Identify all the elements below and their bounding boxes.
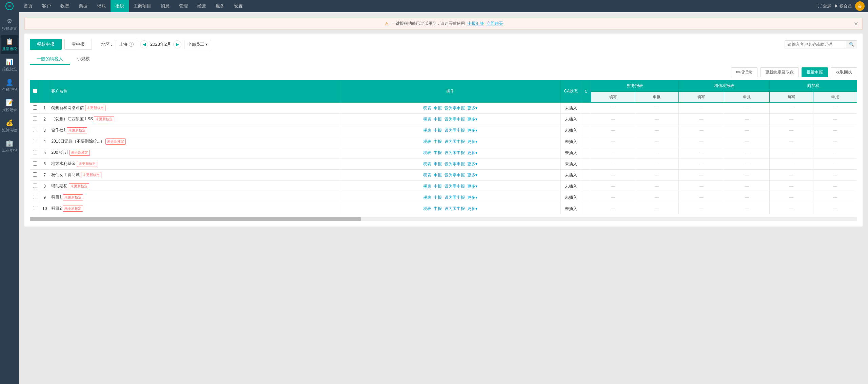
- row-apply2-6: —: [724, 170, 770, 181]
- row-check-8: [581, 192, 591, 203]
- search-button[interactable]: 🔍: [846, 41, 857, 48]
- op-apply-5[interactable]: 申报: [434, 162, 442, 166]
- vip-btn[interactable]: ▶ 畅会员: [834, 3, 852, 9]
- sidebar-item-personal-tax[interactable]: 👤 个税申报: [1, 76, 18, 95]
- op-taxsheet-9[interactable]: 税表: [423, 206, 431, 211]
- batch-apply-button[interactable]: 批量申报: [802, 67, 828, 77]
- row-checkbox-3[interactable]: [33, 139, 37, 143]
- sidebar-item-batch-tax[interactable]: 📋 批量报税: [1, 35, 18, 54]
- nav-business[interactable]: 工商项目: [129, 0, 156, 12]
- nav-invoice[interactable]: 票据: [74, 0, 92, 12]
- op-zero-6[interactable]: 设为零申报: [445, 173, 465, 177]
- horizontal-scrollbar[interactable]: [30, 217, 857, 221]
- nav-client[interactable]: 客户: [37, 0, 56, 12]
- op-apply-2[interactable]: 申报: [434, 128, 442, 133]
- staff-selector[interactable]: 全部员工 ▾: [184, 40, 211, 49]
- sidebar-item-tax-settings[interactable]: ⚙ 报税设置: [1, 15, 18, 34]
- op-taxsheet-3[interactable]: 税表: [423, 139, 431, 144]
- op-apply-4[interactable]: 申报: [434, 150, 442, 155]
- op-taxsheet-4[interactable]: 税表: [423, 150, 431, 155]
- avatar[interactable]: 会: [855, 1, 865, 11]
- row-checkbox-2[interactable]: [33, 128, 37, 132]
- op-apply-9[interactable]: 申报: [434, 206, 442, 211]
- prev-month-button[interactable]: ◀: [140, 40, 148, 48]
- op-more-2[interactable]: 更多▾: [467, 128, 477, 133]
- op-zero-7[interactable]: 设为零申报: [445, 184, 465, 189]
- sidebar-item-tax-records[interactable]: 📝 报税记录: [1, 96, 18, 115]
- nav-billing[interactable]: 收费: [56, 0, 74, 12]
- status-badge-5: 未更新核定: [77, 161, 97, 167]
- nav-service[interactable]: 服务: [211, 0, 229, 12]
- op-more-0[interactable]: 更多▾: [467, 106, 477, 110]
- row-checkbox-1[interactable]: [33, 116, 37, 121]
- fetch-back-button[interactable]: 收取回执: [831, 67, 857, 77]
- op-zero-3[interactable]: 设为零申报: [445, 139, 465, 144]
- op-more-5[interactable]: 更多▾: [467, 162, 477, 166]
- row-checkbox-5[interactable]: [33, 161, 37, 166]
- op-more-7[interactable]: 更多▾: [467, 184, 477, 189]
- row-checkbox-9[interactable]: [33, 206, 37, 210]
- row-checkbox-7[interactable]: [33, 184, 37, 188]
- op-zero-1[interactable]: 设为零申报: [445, 117, 465, 122]
- op-apply-8[interactable]: 申报: [434, 195, 442, 200]
- op-taxsheet-7[interactable]: 税表: [423, 184, 431, 189]
- search-input[interactable]: [785, 41, 846, 48]
- op-more-9[interactable]: 更多▾: [467, 206, 477, 211]
- nav-operation[interactable]: 经营: [193, 0, 211, 12]
- row-fill3-7: —: [770, 181, 813, 192]
- op-zero-5[interactable]: 设为零申报: [445, 162, 465, 166]
- op-more-4[interactable]: 更多▾: [467, 150, 477, 155]
- op-zero-0[interactable]: 设为零申报: [445, 106, 465, 110]
- op-apply-1[interactable]: 申报: [434, 117, 442, 122]
- nav-admin[interactable]: 管理: [174, 0, 193, 12]
- op-taxsheet-5[interactable]: 税表: [423, 162, 431, 166]
- op-more-6[interactable]: 更多▾: [467, 173, 477, 177]
- op-more-3[interactable]: 更多▾: [467, 139, 477, 144]
- row-checkbox-cell: [30, 103, 40, 114]
- banner-close-button[interactable]: ✕: [854, 20, 858, 27]
- next-month-button[interactable]: ▶: [173, 40, 181, 48]
- apply-record-button[interactable]: 申报记录: [731, 67, 757, 77]
- tab-zero-declaration[interactable]: 零申报: [64, 39, 92, 50]
- subtab-general[interactable]: 一般的纳税人: [30, 54, 70, 65]
- info-icon[interactable]: i: [129, 42, 134, 47]
- op-taxsheet-0[interactable]: 税表: [423, 106, 431, 110]
- op-taxsheet-6[interactable]: 税表: [423, 173, 431, 177]
- location-badge[interactable]: 上海 i: [116, 40, 137, 49]
- row-ca-3: 未插入: [561, 136, 581, 147]
- op-more-8[interactable]: 更多▾: [467, 195, 477, 200]
- op-zero-9[interactable]: 设为零申报: [445, 206, 465, 211]
- sidebar-item-business-report[interactable]: 🏢 工商年报: [1, 137, 18, 156]
- row-checkbox-8[interactable]: [33, 195, 37, 199]
- sidebar-item-settlement[interactable]: 💰 汇算清缴: [1, 116, 18, 135]
- op-apply-3[interactable]: 申报: [434, 139, 442, 144]
- fullscreen-btn[interactable]: ⛶ 全屏: [817, 3, 831, 9]
- tab-tax-declaration[interactable]: 税款申报: [30, 39, 62, 50]
- op-apply-6[interactable]: 申报: [434, 173, 442, 177]
- sidebar-item-tax-overview[interactable]: 📊 报税总览: [1, 56, 18, 74]
- op-zero-8[interactable]: 设为零申报: [445, 195, 465, 200]
- sidebar-label-business-report: 工商年报: [2, 148, 17, 153]
- op-apply-0[interactable]: 申报: [434, 106, 442, 110]
- buy-link[interactable]: 立即购买: [487, 21, 503, 26]
- nav-home[interactable]: 首页: [19, 0, 37, 12]
- row-ca-4: 未插入: [561, 147, 581, 158]
- op-zero-2[interactable]: 设为零申报: [445, 128, 465, 133]
- op-apply-7[interactable]: 申报: [434, 184, 442, 189]
- nav-tax[interactable]: 报税: [111, 0, 129, 12]
- op-more-1[interactable]: 更多▾: [467, 117, 477, 122]
- subtab-small[interactable]: 小规模: [70, 54, 97, 65]
- nav-bookkeeping[interactable]: 记账: [92, 0, 111, 12]
- row-checkbox-4[interactable]: [33, 150, 37, 154]
- row-checkbox-0[interactable]: [33, 105, 37, 110]
- select-all-checkbox[interactable]: [33, 89, 37, 93]
- update-fetch-button[interactable]: 更新统定及取数: [760, 67, 799, 77]
- report-link[interactable]: 申报汇签: [468, 21, 484, 26]
- op-taxsheet-1[interactable]: 税表: [423, 117, 431, 122]
- op-taxsheet-2[interactable]: 税表: [423, 128, 431, 133]
- nav-settings[interactable]: 设置: [229, 0, 248, 12]
- op-taxsheet-8[interactable]: 税表: [423, 195, 431, 200]
- op-zero-4[interactable]: 设为零申报: [445, 150, 465, 155]
- row-checkbox-6[interactable]: [33, 172, 37, 177]
- nav-message[interactable]: 消息: [156, 0, 174, 12]
